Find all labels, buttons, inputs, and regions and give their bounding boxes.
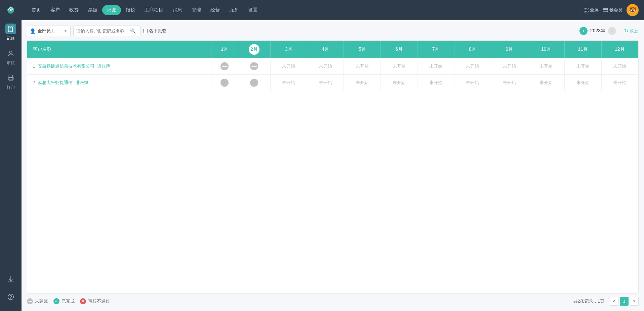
status-dash-icon: — <box>220 79 229 87</box>
month-9-cell: 未开始 <box>491 75 528 91</box>
name-cell: 1安徽畅捷通信息技术有限公司进账簿 <box>27 58 211 75</box>
nav-settings[interactable]: 设置 <box>243 5 262 15</box>
pagination: < 1 > <box>610 297 639 306</box>
fullscreen-button[interactable]: 全屏 <box>584 7 599 13</box>
nav-customer[interactable]: 客户 <box>46 5 65 15</box>
col-m6: 6月 <box>380 41 417 58</box>
search-wrap: 🔍 <box>73 26 140 36</box>
nav-home[interactable]: 首页 <box>27 5 46 15</box>
sidebar-item-download[interactable] <box>0 271 22 288</box>
fullscreen-icon <box>584 8 589 12</box>
month-7-cell: 未开始 <box>417 58 454 75</box>
col-m1: 1月 <box>211 41 238 58</box>
month-8-cell: 未开始 <box>454 75 491 91</box>
sidebar-item-bookkeeping[interactable]: 记账 <box>0 20 22 45</box>
member-button[interactable]: 畅会员 <box>603 7 622 13</box>
status-not-started: 未开始 <box>466 80 479 85</box>
my-accounts-checkbox[interactable] <box>143 29 148 33</box>
month-11-cell: 未开始 <box>565 58 601 75</box>
status-dash-icon: — <box>220 62 229 70</box>
refresh-button[interactable]: ↻ 刷新 <box>624 28 639 34</box>
nav-operation[interactable]: 经营 <box>206 5 225 15</box>
col-m11: 11月 <box>565 41 601 58</box>
nav-tax[interactable]: 报税 <box>121 5 140 15</box>
nav-bizproject[interactable]: 工商项目 <box>140 5 168 15</box>
month-3-cell: 未开始 <box>270 58 307 75</box>
status-dash-icon: — <box>250 62 258 70</box>
search-icon[interactable]: 🔍 <box>130 28 136 34</box>
svg-point-12 <box>10 298 11 299</box>
employee-chevron-icon: ▼ <box>64 29 68 33</box>
employee-select[interactable]: 👤 全部员工 ▼ <box>27 26 71 36</box>
month-10-cell: 未开始 <box>528 75 564 91</box>
col-m8: 8月 <box>454 41 491 58</box>
sidebar-item-support[interactable] <box>0 288 22 306</box>
name-cell: 2漠澜太平畅捷通信进账簿 <box>27 75 211 91</box>
company-name[interactable]: 漠澜太平畅捷通信 <box>38 80 73 85</box>
col-m2: 2月 <box>238 41 270 58</box>
status-not-started: 未开始 <box>282 64 295 69</box>
bookkeeping-table: 客户名称 1月 2月 3月 4月 5月 6月 7月 8月 9月 10月 11月 … <box>27 41 638 91</box>
month-1-cell: — <box>211 75 238 91</box>
company-name[interactable]: 安徽畅捷通信息技术有限公司 <box>38 64 94 69</box>
nav-bookkeeping[interactable]: 记账 <box>102 5 121 15</box>
prev-page-button[interactable]: < <box>610 297 618 306</box>
legend-rejected-dot: ✕ <box>80 298 86 304</box>
sidebar-bottom <box>0 271 22 311</box>
sidebar-item-bookkeeping-label: 记账 <box>7 36 15 41</box>
month-4-cell: 未开始 <box>307 58 344 75</box>
legend-rejected-label: 审核不通过 <box>88 298 110 304</box>
sidebar-item-print[interactable]: 打印 <box>0 69 22 94</box>
svg-rect-13 <box>584 8 586 9</box>
search-input[interactable] <box>76 29 130 34</box>
sidebar-item-audit-label: 审核 <box>7 60 15 66</box>
month-2-cell: — <box>238 75 270 91</box>
col-m7: 7月 <box>417 41 454 58</box>
status-not-started: 未开始 <box>503 64 516 69</box>
svg-point-11 <box>8 294 14 300</box>
table-header-row: 客户名称 1月 2月 3月 4月 5月 6月 7月 8月 9月 10月 11月 … <box>27 41 638 58</box>
sidebar-item-audit[interactable]: 审核 <box>0 45 22 69</box>
fullscreen-label: 全屏 <box>590 7 599 13</box>
legend-completed-label: 已完成 <box>62 298 75 304</box>
status-not-started: 未开始 <box>576 64 590 69</box>
year-next-button[interactable]: › <box>608 27 616 35</box>
status-not-started: 未开始 <box>356 64 369 69</box>
row-num: 1 <box>33 64 35 69</box>
nav-invoice[interactable]: 票据 <box>83 5 102 15</box>
nav-message[interactable]: 消息 <box>168 5 187 15</box>
status-not-started: 未开始 <box>393 64 406 69</box>
svg-rect-17 <box>603 8 608 12</box>
svg-rect-14 <box>587 8 588 9</box>
download-icon <box>5 274 16 285</box>
legend-completed: ✓ 已完成 <box>53 298 75 304</box>
nav-service[interactable]: 服务 <box>225 5 243 15</box>
nav-manage[interactable]: 管理 <box>187 5 206 15</box>
enter-bookkeeping-link[interactable]: 进账簿 <box>75 80 88 85</box>
print-icon <box>5 73 16 83</box>
member-label: 畅会员 <box>609 7 622 13</box>
topnav-right: 全屏 畅会员 🐯 <box>584 4 639 16</box>
content: 👤 全部员工 ▼ 🔍 名下账套 ‹ 2023年 › ↻ 刷新 <box>22 20 644 311</box>
employee-icon: 👤 <box>30 28 36 34</box>
my-accounts-checkbox-label[interactable]: 名下账套 <box>143 28 166 34</box>
col-m9: 9月 <box>491 41 528 58</box>
status-not-started: 未开始 <box>503 80 516 85</box>
svg-point-10 <box>12 78 12 79</box>
main-wrapper: 首页 客户 收费 票据 记账 报税 工商项目 消息 管理 经营 服务 设置 全屏 <box>22 0 644 311</box>
page-1-button[interactable]: 1 <box>620 297 629 306</box>
avatar[interactable]: 🐯 <box>627 4 639 16</box>
next-page-button[interactable]: > <box>630 297 639 306</box>
nav-billing[interactable]: 收费 <box>65 5 83 15</box>
col-m10: 10月 <box>528 41 564 58</box>
table-wrap: 客户名称 1月 2月 3月 4月 5月 6月 7月 8月 9月 10月 11月 … <box>27 40 639 294</box>
sidebar-item-print-label: 打印 <box>7 85 15 90</box>
sidebar: 记账 审核 打印 <box>0 0 22 311</box>
month-5-cell: 未开始 <box>344 58 380 75</box>
enter-bookkeeping-link[interactable]: 进账簿 <box>97 64 110 69</box>
year-prev-button[interactable]: ‹ <box>579 27 588 35</box>
total-info: 共2条记录，1页 <box>573 298 604 304</box>
toolbar: 👤 全部员工 ▼ 🔍 名下账套 ‹ 2023年 › ↻ 刷新 <box>27 26 639 36</box>
status-not-started: 未开始 <box>466 64 479 69</box>
month-1-cell: — <box>211 58 238 75</box>
